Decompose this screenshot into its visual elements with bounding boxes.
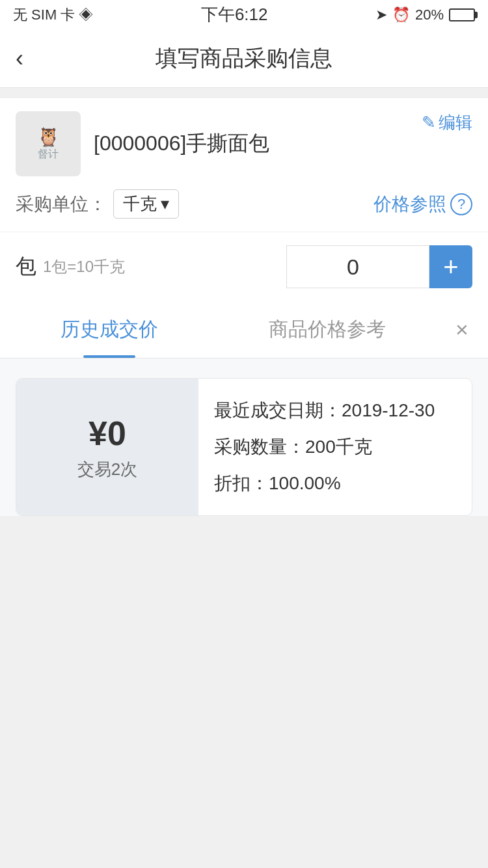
unit-left: 采购单位： 千克 ▾	[16, 189, 179, 219]
sim-label: 无 SIM 卡 ◈	[13, 5, 93, 25]
recent-date-label: 最近成交日期：	[214, 400, 342, 420]
product-logo: 🦉 督计	[37, 128, 60, 159]
discount-row: 折扣：100.00%	[214, 470, 456, 497]
product-unit-row: 采购单位： 千克 ▾ 价格参照 ?	[16, 189, 472, 219]
product-header: 🦉 督计 [0000006]手撕面包 ✎ 编辑	[16, 111, 472, 176]
edit-icon: ✎	[422, 113, 436, 133]
transactions-label: 交易2次	[77, 458, 137, 481]
unit-select[interactable]: 千克 ▾	[113, 189, 179, 219]
dropdown-icon: ▾	[161, 194, 169, 214]
status-bar: 无 SIM 卡 ◈ 下午6:12 ➤ ⏰ 20%	[0, 0, 488, 29]
history-card: ¥0 交易2次 最近成交日期：2019-12-30 采购数量：200千克 折扣：…	[16, 378, 472, 516]
location-icon: ➤	[375, 7, 387, 23]
qty-conversion: 1包=10千克	[43, 256, 125, 277]
edit-button[interactable]: ✎ 编辑	[422, 111, 472, 134]
product-name: [0000006]手撕面包	[94, 129, 269, 158]
status-time: 下午6:12	[201, 3, 268, 26]
alarm-icon: ⏰	[392, 7, 410, 23]
tab-underline	[83, 355, 135, 358]
separator-1	[0, 88, 488, 98]
status-left: 无 SIM 卡 ◈	[13, 5, 93, 25]
qty-plus-button[interactable]: +	[429, 245, 472, 288]
tab-close-button[interactable]: ×	[436, 317, 488, 342]
qty-detail-row: 采购数量：200千克	[214, 433, 456, 461]
recent-date-value: 2019-12-30	[342, 400, 435, 420]
product-image: 🦉 督计	[16, 111, 81, 176]
unit-value: 千克	[123, 193, 157, 215]
qty-detail-value: 200千克	[305, 437, 372, 457]
history-detail-side: 最近成交日期：2019-12-30 采购数量：200千克 折扣：100.00%	[198, 379, 472, 515]
qty-input-group: +	[286, 245, 472, 288]
tab-history-label: 历史成交价	[61, 316, 158, 343]
page-title: 填写商品采购信息	[156, 44, 332, 74]
tab-history-price[interactable]: 历史成交价	[0, 301, 218, 358]
unit-label: 采购单位：	[16, 192, 107, 217]
bottom-panel: 历史成交价 商品价格参考 × ¥0 交易2次 最近成交日期：2019-12-30…	[0, 301, 488, 516]
battery-percent: 20%	[415, 7, 444, 23]
product-left: 🦉 督计 [0000006]手撕面包	[16, 111, 269, 176]
tabs-row: 历史成交价 商品价格参考 ×	[0, 301, 488, 359]
nav-bar: ‹ 填写商品采购信息	[0, 29, 488, 88]
status-right: ➤ ⏰ 20%	[375, 7, 475, 23]
quantity-label: 包 1包=10千克	[16, 252, 125, 281]
qty-input[interactable]	[286, 245, 429, 288]
price-value: ¥0	[88, 414, 126, 453]
tab-price-reference[interactable]: 商品价格参考	[218, 301, 436, 358]
discount-value: 100.00%	[269, 473, 341, 493]
tab-price-ref-label: 商品价格参考	[269, 316, 386, 343]
discount-label: 折扣：	[214, 473, 269, 493]
product-card: 🦉 督计 [0000006]手撕面包 ✎ 编辑 采购单位： 千克 ▾ 价格参照 …	[0, 98, 488, 232]
question-icon: ?	[450, 193, 472, 215]
qty-unit: 包	[16, 252, 36, 281]
price-ref-button[interactable]: 价格参照 ?	[373, 192, 472, 217]
back-button[interactable]: ‹	[16, 45, 23, 72]
qty-detail-label: 采购数量：	[214, 437, 305, 457]
battery-icon	[449, 8, 475, 21]
quantity-row: 包 1包=10千克 +	[0, 232, 488, 301]
history-price-side: ¥0 交易2次	[16, 379, 198, 515]
price-ref-label: 价格参照	[373, 192, 446, 217]
recent-date-row: 最近成交日期：2019-12-30	[214, 397, 456, 424]
edit-label: 编辑	[439, 111, 472, 134]
